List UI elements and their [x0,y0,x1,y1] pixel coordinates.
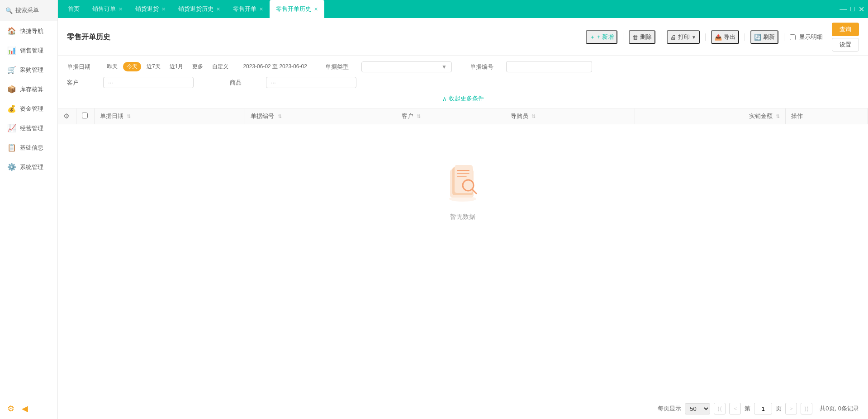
collapse-label: 收起更多条件 [449,94,484,103]
empty-illustration [440,160,485,206]
sidebar-item-label: 资金管理 [20,105,43,113]
date-buttons: 昨天 今天 近7天 近1月 更多 自定义 [103,62,232,71]
sidebar-item-finance[interactable]: 💰 资金管理 [0,99,57,118]
close-btn[interactable]: ✕ [859,5,864,14]
divider-3 [705,33,706,41]
query-button[interactable]: 查询 [832,23,859,36]
col-customer-label: 客户 [402,113,413,119]
sidebar-item-label: 快捷导航 [20,27,43,35]
svg-point-8 [465,182,471,188]
page-number-input[interactable] [754,403,772,414]
customer-select[interactable]: ··· [103,77,194,88]
delete-button[interactable]: 🗑 删除 [629,30,655,44]
bill-number-input[interactable] [506,61,592,72]
sidebar-item-label: 销售管理 [20,47,43,55]
next-page-btn[interactable]: ＞ [785,403,797,414]
show-detail-checkbox[interactable] [790,34,796,40]
product-label: 商品 [230,79,257,87]
minimize-btn[interactable]: — [840,5,847,13]
tab-sales-order[interactable]: 销售订单 ✕ [86,0,129,18]
page-title: 零售开单历史 [67,33,110,42]
collapse-icon: ∧ [442,95,447,102]
settings-button[interactable]: 设置 [832,38,859,52]
maximize-btn[interactable]: □ [850,5,855,13]
select-all-checkbox[interactable] [82,113,88,118]
divider-5 [784,33,784,41]
tab-retail-open-close[interactable]: ✕ [259,6,263,12]
tab-sales-return-history-close[interactable]: ✕ [216,6,220,12]
search-label: 搜索采单 [15,6,39,14]
sidebar-item-purchase-mgmt[interactable]: 🛒 采购管理 [0,60,57,80]
divider-2 [661,33,661,41]
sidebar-item-sys-mgmt[interactable]: ⚙️ 系统管理 [0,157,57,177]
sort-guide-icon[interactable]: ⇅ [531,113,536,119]
sidebar: 🔍 搜索采单 🏠 快捷导航 📊 销售管理 🛒 采购管理 📦 库存核算 💰 资金管… [0,0,58,419]
show-detail-toggle[interactable]: 显示明细 [790,33,823,41]
sidebar-item-label: 基础信息 [20,144,43,152]
table-body: 暂无数据 [58,124,868,258]
date-btn-today[interactable]: 今天 [123,62,141,71]
tab-sales-return-close[interactable]: ✕ [161,6,166,12]
sidebar-footer: ⚙ ◀ [0,398,57,419]
bill-type-select[interactable]: ▼ [361,61,452,72]
sort-customer-icon[interactable]: ⇅ [417,113,421,119]
date-btn-7days[interactable]: 近7天 [143,62,164,71]
filter-area: 单据日期 昨天 今天 近7天 近1月 更多 自定义 2023-06-02 至 2… [58,56,868,108]
tab-sales-order-close[interactable]: ✕ [119,6,123,12]
prev-page-btn[interactable]: ＜ [729,403,741,414]
sys-icon: ⚙️ [7,163,16,171]
date-btn-custom[interactable]: 自定义 [209,62,232,71]
col-number-label: 单据编号 [251,113,274,119]
tab-home[interactable]: 首页 [62,0,86,18]
export-button[interactable]: 📤 导出 [711,30,739,44]
customer-label: 客户 [67,79,94,87]
sort-date-icon[interactable]: ⇅ [127,113,131,119]
tab-sales-return-label: 销货退货 [135,5,159,13]
tab-sales-return[interactable]: 销货退货 ✕ [129,0,172,18]
sidebar-item-quick-nav[interactable]: 🏠 快捷导航 [0,21,57,41]
operations-icon: 📈 [7,124,16,132]
date-btn-1month[interactable]: 近1月 [166,62,187,71]
collapse-filter-btn[interactable]: ∧ 收起更多条件 [438,93,489,104]
page-size-select[interactable]: 50 20 100 [685,403,710,414]
sidebar-item-inventory[interactable]: 📦 库存核算 [0,80,57,99]
print-button[interactable]: 🖨 打印 ▼ [667,30,700,44]
customer-dots: ··· [108,79,113,86]
search-menu-item[interactable]: 🔍 搜索采单 [0,0,57,21]
sort-number-icon[interactable]: ⇅ [278,113,282,119]
sidebar-item-sales-mgmt[interactable]: 📊 销售管理 [0,41,57,60]
print-icon: 🖨 [670,34,676,41]
table-settings-icon[interactable]: ⚙ [63,112,69,120]
sidebar-item-basic-info[interactable]: 📋 基础信息 [0,138,57,157]
add-button[interactable]: ＋ + 新增 [586,30,617,44]
settings-footer-icon[interactable]: ⚙ [7,404,14,414]
tab-retail-open[interactable]: 零售开单 ✕ [227,0,270,18]
refresh-button[interactable]: 🔄 刷新 [750,30,778,44]
product-dots: ··· [271,79,276,86]
sidebar-item-operations[interactable]: 📈 经营管理 [0,118,57,138]
date-btn-more[interactable]: 更多 [189,62,207,71]
tab-home-label: 首页 [68,5,80,13]
bill-number-label: 单据编号 [470,63,497,71]
per-page-label: 每页显示 [658,405,681,413]
collapse-sidebar-icon[interactable]: ◀ [22,404,28,414]
data-table: ⚙ 单据日期 ⇅ 单据编号 ⇅ [58,108,868,257]
tab-retail-open-history-close[interactable]: ✕ [314,6,318,12]
sort-amount-icon[interactable]: ⇅ [776,113,780,119]
tab-bar: 首页 销售订单 ✕ 销货退货 ✕ 销货退货历史 ✕ 零售开单 ✕ 零售开单历史 … [58,0,868,18]
next-page-icon: ＞ [788,405,794,413]
basic-info-icon: 📋 [7,143,16,152]
last-page-btn[interactable]: ⟩⟩ [801,403,812,414]
first-page-btn[interactable]: ⟨⟨ [714,403,726,414]
date-btn-yesterday[interactable]: 昨天 [103,62,121,71]
product-select[interactable]: ··· [266,77,356,88]
col-checkbox [76,108,94,124]
purchase-icon: 🛒 [7,66,16,74]
content-area: 零售开单历史 ＋ + 新增 🗑 删除 🖨 打印 ▼ [58,18,868,419]
divider-4 [745,33,745,41]
filter-row-2: 客户 ··· 商品 ··· [67,77,859,88]
tab-retail-open-label: 零售开单 [233,5,256,13]
tab-sales-return-history[interactable]: 销货退货历史 ✕ [172,0,227,18]
tab-retail-open-history[interactable]: 零售开单历史 ✕ [270,0,324,18]
filter-collapse-row: ∧ 收起更多条件 [67,93,859,104]
